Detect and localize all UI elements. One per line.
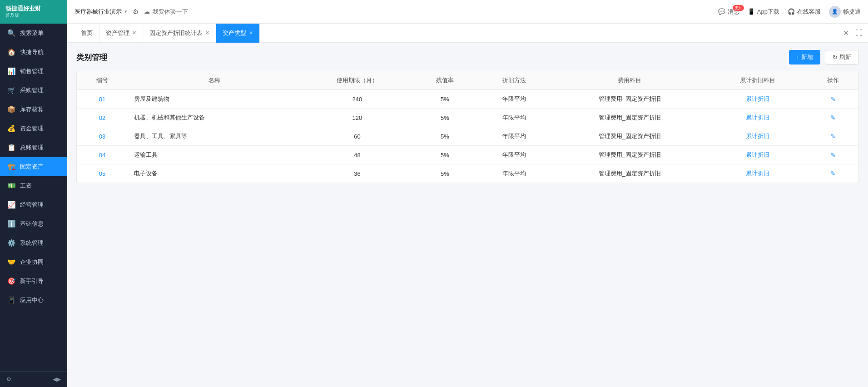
sidebar-item-operations[interactable]: 📈 经营管理 [0,195,67,214]
tab-fixed-asset-table-close[interactable]: ✕ [205,30,209,36]
table-row: 01 房屋及建筑物 240 5% 年限平均 管理费用_固定资产折旧 累计折旧 ✎ [77,90,858,109]
edit-icon[interactable]: ✎ [830,170,836,177]
sales-icon: 📊 [7,67,15,75]
messages-button[interactable]: 💬 消息 99+ [718,8,739,16]
cell-expense: 管理费用_固定资产折旧 [552,164,708,183]
cell-op[interactable]: ✎ [808,90,858,109]
topbar: 医疗器械行业演示 ▾ ⚙ ☁ 我要体验一下 💬 消息 99+ 📱 App下载 🎧… [67,0,868,24]
edit-icon[interactable]: ✎ [830,133,836,140]
data-table: 编号 名称 使用期限（月） 残值率 折旧方法 费用科目 累计折旧科目 操作 01… [76,71,859,183]
sidebar-item-basic-info[interactable]: ℹ️ 基础信息 [0,214,67,233]
tab-asset-mgmt-close[interactable]: ✕ [132,30,136,36]
search-icon: 🔍 [7,29,15,37]
tab-home-label: 首页 [81,29,93,37]
new-button[interactable]: + 新增 [789,50,820,64]
user-button[interactable]: 👤 畅捷通 [829,6,861,18]
app-download-label: App下载 [757,8,779,16]
cell-name: 器具、工具、家具等 [128,127,301,146]
sidebar-item-purchase[interactable]: 🛒 采购管理 [0,81,67,100]
sidebar-item-label: 总账管理 [20,144,44,152]
settings-gear-icon[interactable]: ⚙ [133,8,139,16]
phone-icon: 📱 [748,8,755,15]
trial-button[interactable]: ☁ 我要体验一下 [144,8,188,16]
collapse-icon[interactable]: ◀▶ [53,376,61,382]
tab-home[interactable]: 首页 [74,24,99,43]
table-row: 04 运输工具 48 5% 年限平均 管理费用_固定资产折旧 累计折旧 ✎ [77,146,858,164]
expand-tab-icon[interactable]: ⛶ [853,27,864,39]
app-download-button[interactable]: 📱 App下载 [748,8,779,16]
sidebar-item-sales[interactable]: 📊 销售管理 [0,62,67,81]
fixed-assets-icon: 🏗️ [7,163,15,171]
cell-id: 02 [77,109,128,127]
sidebar-item-search[interactable]: 🔍 搜索菜单 [0,24,67,43]
cell-expense: 管理费用_固定资产折旧 [552,127,708,146]
tab-fixed-asset-table[interactable]: 固定资产折旧统计表 ✕ [143,24,216,43]
edit-icon[interactable]: ✎ [830,95,836,103]
tab-asset-type[interactable]: 资产类型 ✕ [216,24,260,43]
sidebar-item-system[interactable]: ⚙️ 系统管理 [0,233,67,253]
message-icon: 💬 [718,8,725,15]
cell-residual: 5% [413,90,476,109]
col-id: 编号 [77,71,128,90]
page-header: 类别管理 + 新增 ↻ 刷新 [76,50,859,64]
cell-accumulated: 累计折旧 [708,109,808,127]
cell-accumulated: 累计折旧 [708,90,808,109]
col-name: 名称 [128,71,301,90]
purchase-icon: 🛒 [7,86,15,94]
cell-method: 年限平均 [476,90,552,109]
sidebar-item-label: 企业协同 [20,258,44,266]
sidebar-item-inventory[interactable]: 📦 库存核算 [0,100,67,119]
trial-label: 我要体验一下 [153,8,188,16]
sidebar-item-label: 库存核算 [20,105,44,114]
tab-asset-mgmt[interactable]: 资产管理 ✕ [99,24,143,43]
cell-period: 36 [301,164,413,183]
page-title: 类别管理 [76,52,107,63]
sidebar-item-wages[interactable]: 💵 工资 [0,176,67,195]
cell-name: 电子设备 [128,164,301,183]
cell-op[interactable]: ✎ [808,109,858,127]
headset-icon: 🎧 [788,8,795,15]
cell-residual: 5% [413,127,476,146]
col-method: 折旧方法 [476,71,552,90]
settings-icon[interactable]: ⚙ [6,376,11,382]
logo-sub: 普及版 [5,12,41,19]
edit-icon[interactable]: ✎ [830,151,836,159]
sidebar-item-fixed-assets[interactable]: 🏗️ 固定资产 [0,157,67,176]
cell-name: 房屋及建筑物 [128,90,301,109]
cell-period: 120 [301,109,413,127]
cell-residual: 5% [413,164,476,183]
tab-asset-type-close[interactable]: ✕ [249,30,253,36]
cell-period: 48 [301,146,413,164]
sidebar-item-label: 销售管理 [20,67,44,75]
edit-icon[interactable]: ✎ [830,114,836,121]
sidebar-item-quick-nav[interactable]: 🏠 快捷导航 [0,43,67,62]
avatar: 👤 [829,6,841,18]
system-icon: ⚙️ [7,239,15,247]
cell-op[interactable]: ✎ [808,127,858,146]
sidebar-item-enterprise[interactable]: 🤝 企业协同 [0,253,67,272]
table-row: 05 电子设备 36 5% 年限平均 管理费用_固定资产折旧 累计折旧 ✎ [77,164,858,183]
cell-id: 04 [77,146,128,164]
cell-name: 运输工具 [128,146,301,164]
cell-op[interactable]: ✎ [808,164,858,183]
cell-residual: 5% [413,146,476,164]
customer-service-button[interactable]: 🎧 在线客服 [788,8,821,16]
user-label: 畅捷通 [843,8,861,16]
cell-op[interactable]: ✎ [808,146,858,164]
refresh-button[interactable]: ↻ 刷新 [825,50,859,64]
sidebar-item-app-center[interactable]: 📱 应用中心 [0,291,67,310]
close-tab-icon[interactable]: ✕ [841,27,851,39]
tabs-bar: 首页 资产管理 ✕ 固定资产折旧统计表 ✕ 资产类型 ✕ ✕ ⛶ [67,24,868,43]
sidebar-item-funds[interactable]: 💰 资金管理 [0,119,67,138]
sidebar-item-label: 经营管理 [20,201,44,209]
cell-method: 年限平均 [476,109,552,127]
cell-period: 60 [301,127,413,146]
company-selector[interactable]: 医疗器械行业演示 ▾ [74,8,127,16]
page-content: 类别管理 + 新增 ↻ 刷新 编号 名称 使用期限（月） 残值率 折旧方法 [67,43,868,387]
tabs-right-actions: ✕ ⛶ [841,27,868,39]
sidebar-item-guide[interactable]: 🎯 新手引导 [0,272,67,291]
cell-accumulated: 累计折旧 [708,146,808,164]
sidebar-item-label: 采购管理 [20,86,44,94]
sidebar-item-ledger[interactable]: 📋 总账管理 [0,138,67,157]
wages-icon: 💵 [7,182,15,190]
